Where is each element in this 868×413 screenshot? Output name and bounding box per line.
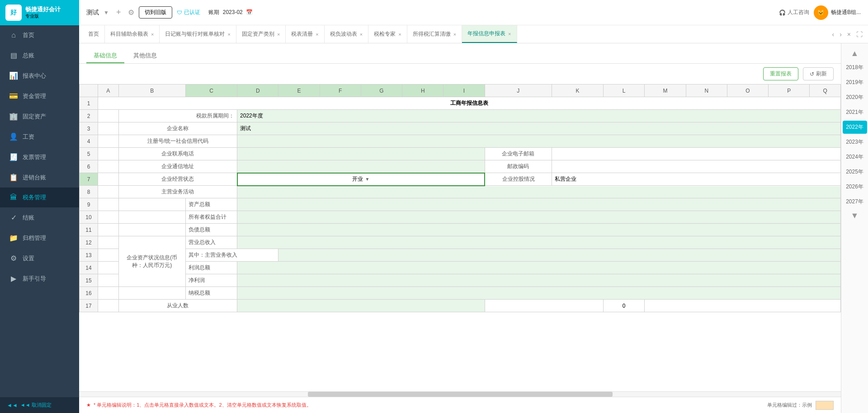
close-income-tax-btn[interactable]: × bbox=[453, 32, 456, 37]
cell-4c[interactable] bbox=[237, 135, 841, 148]
sidebar-item-ledger[interactable]: ▤ 总账 bbox=[0, 45, 79, 66]
sidebar-item-payroll[interactable]: 👤 工资 bbox=[0, 127, 79, 147]
cell-7c-dropdown[interactable]: 开业 ▼ bbox=[237, 173, 485, 186]
reset-report-btn[interactable]: 重置报表 bbox=[763, 67, 798, 80]
close-fixed-asset-btn[interactable]: × bbox=[277, 32, 280, 37]
cell-9d[interactable] bbox=[237, 198, 841, 211]
cell-5a[interactable] bbox=[98, 148, 119, 160]
col-header-k[interactable]: K bbox=[552, 84, 603, 97]
year-2023-btn[interactable]: 2023年 bbox=[843, 136, 867, 149]
close-annual-report-btn[interactable]: × bbox=[508, 31, 511, 37]
close-tax-inspection-btn[interactable]: × bbox=[398, 32, 401, 37]
refresh-btn[interactable]: ↺ 刷新 bbox=[803, 67, 834, 80]
cell-title[interactable]: 工商年报信息表 bbox=[98, 97, 841, 110]
tab-expand-btn[interactable]: ⛶ bbox=[854, 29, 864, 40]
year-2020-btn[interactable]: 2020年 bbox=[843, 91, 867, 104]
cell-12d[interactable] bbox=[237, 236, 841, 249]
cell-6k[interactable] bbox=[552, 160, 840, 173]
cell-9a[interactable] bbox=[98, 198, 119, 211]
close-aux-balance-btn[interactable]: × bbox=[151, 32, 154, 37]
col-header-m[interactable]: M bbox=[645, 84, 686, 97]
sidebar-item-closing[interactable]: ✓ 结账 bbox=[0, 207, 79, 228]
cell-6a[interactable] bbox=[98, 160, 119, 173]
sidebar-item-report[interactable]: 📊 报表中心 bbox=[0, 66, 79, 86]
topbar-chevron-icon[interactable]: ▼ bbox=[104, 9, 109, 16]
cell-9b[interactable] bbox=[118, 198, 185, 211]
cell-13a[interactable] bbox=[98, 249, 119, 262]
cell-15a[interactable] bbox=[98, 274, 119, 287]
col-header-f[interactable]: F bbox=[320, 84, 361, 97]
cell-10a[interactable] bbox=[98, 211, 119, 224]
col-header-n[interactable]: N bbox=[686, 84, 727, 97]
cell-5c[interactable] bbox=[237, 148, 485, 160]
cell-16a[interactable] bbox=[98, 287, 119, 300]
col-header-h[interactable]: H bbox=[402, 84, 443, 97]
sidebar-item-settings[interactable]: ⚙ 设置 bbox=[0, 248, 79, 268]
cell-17j[interactable] bbox=[485, 300, 603, 312]
col-header-a[interactable]: A bbox=[98, 84, 119, 97]
cell-16b[interactable] bbox=[118, 287, 185, 300]
cell-17a[interactable] bbox=[98, 300, 119, 312]
spreadsheet-table-container[interactable]: A B C D E F G H I J K L M bbox=[79, 84, 841, 391]
topbar-add-btn[interactable]: + bbox=[113, 7, 124, 18]
cell-14d[interactable] bbox=[237, 262, 841, 274]
cell-2c[interactable]: 2022年度 bbox=[237, 110, 841, 122]
cell-10b[interactable] bbox=[118, 211, 185, 224]
tab-fixed-asset-type[interactable]: 固定资产类别 × bbox=[236, 25, 286, 43]
tab-home[interactable]: 首页 bbox=[83, 25, 105, 43]
cell-2a[interactable] bbox=[98, 110, 119, 122]
tab-next-btn[interactable]: › bbox=[838, 29, 844, 40]
cell-11b[interactable] bbox=[118, 224, 185, 236]
cell-5k[interactable] bbox=[552, 148, 840, 160]
sidebar-item-tax[interactable]: 🏛 税务管理 bbox=[0, 188, 79, 207]
cell-17l[interactable] bbox=[645, 300, 841, 312]
sidebar-item-assets[interactable]: 🏢 固定资产 bbox=[0, 106, 79, 127]
close-tax-form-btn[interactable]: × bbox=[316, 32, 318, 37]
year-2022-btn[interactable]: 2022年 bbox=[843, 121, 867, 134]
sidebar-item-finance[interactable]: 💳 资金管理 bbox=[0, 86, 79, 106]
cell-7a[interactable] bbox=[98, 173, 119, 186]
year-2026-btn[interactable]: 2026年 bbox=[843, 180, 867, 193]
user-menu[interactable]: 🐱 畅捷通B组... bbox=[814, 5, 861, 20]
year-2018-btn[interactable]: 2018年 bbox=[843, 61, 867, 74]
sidebar-item-purchase[interactable]: 📋 进销台账 bbox=[0, 167, 79, 188]
cell-11d[interactable] bbox=[237, 224, 841, 236]
cell-3a[interactable] bbox=[98, 122, 119, 135]
calendar-icon[interactable]: 📅 bbox=[246, 9, 253, 15]
cell-12a[interactable] bbox=[98, 236, 119, 249]
tab-close-all-btn[interactable]: × bbox=[845, 29, 853, 40]
tab-tax-inspection[interactable]: 税检专家 × bbox=[368, 25, 407, 43]
cell-10d[interactable] bbox=[237, 211, 841, 224]
cell-17c[interactable] bbox=[237, 300, 485, 312]
col-header-i[interactable]: I bbox=[443, 84, 485, 97]
sidebar-pin-btn[interactable]: ◄◄ ◄◄ 取消固定 bbox=[0, 397, 79, 413]
sub-tab-basic[interactable]: 基础信息 bbox=[86, 49, 124, 63]
cell-4a[interactable] bbox=[98, 135, 119, 148]
year-2019-btn[interactable]: 2019年 bbox=[843, 76, 867, 89]
tab-tax-fluctuation[interactable]: 税负波动表 × bbox=[325, 25, 368, 43]
col-header-d[interactable]: D bbox=[237, 84, 278, 97]
cell-13d[interactable] bbox=[278, 249, 841, 262]
col-header-p[interactable]: P bbox=[769, 84, 810, 97]
cell-17k[interactable]: 0 bbox=[604, 300, 645, 312]
col-header-e[interactable]: E bbox=[278, 84, 320, 97]
col-header-g[interactable]: G bbox=[361, 84, 402, 97]
year-2021-btn[interactable]: 2021年 bbox=[843, 106, 867, 119]
cell-14a[interactable] bbox=[98, 262, 119, 274]
tab-tax-form[interactable]: 税表清册 × bbox=[286, 25, 324, 43]
tab-prev-btn[interactable]: ‹ bbox=[830, 29, 836, 40]
cell-3c[interactable]: 测试 bbox=[237, 122, 841, 135]
tab-income-tax[interactable]: 所得税汇算清缴 × bbox=[407, 25, 462, 43]
col-header-j[interactable]: J bbox=[485, 84, 552, 97]
service-btn[interactable]: 🎧 人工咨询 bbox=[779, 9, 809, 16]
close-tax-fluctuation-btn[interactable]: × bbox=[360, 32, 363, 37]
sidebar-item-archive[interactable]: 📁 归档管理 bbox=[0, 228, 79, 248]
year-2025-btn[interactable]: 2025年 bbox=[843, 165, 867, 178]
hscroll-thumb[interactable] bbox=[308, 392, 613, 397]
cell-8c[interactable] bbox=[237, 186, 841, 198]
switch-version-btn[interactable]: 切到旧版 bbox=[139, 6, 172, 19]
sidebar-item-invoice[interactable]: 🧾 发票管理 bbox=[0, 147, 79, 167]
cell-8a[interactable] bbox=[98, 186, 119, 198]
topbar-gear-icon[interactable]: ⚙ bbox=[128, 8, 134, 17]
year-2027-btn[interactable]: 2027年 bbox=[843, 195, 867, 208]
